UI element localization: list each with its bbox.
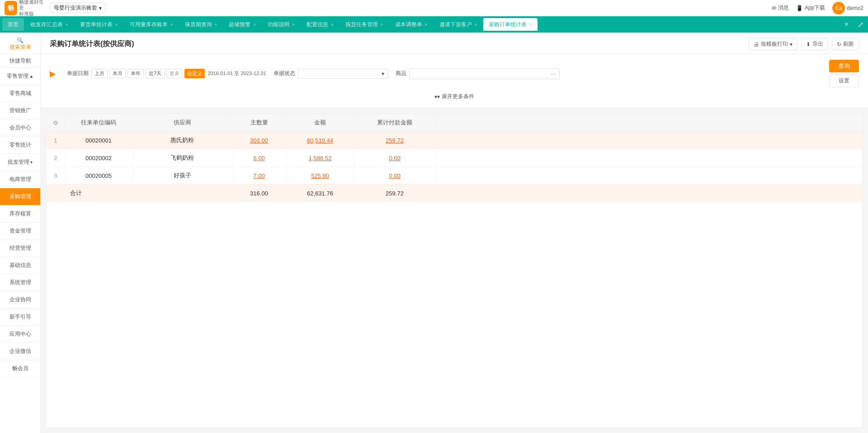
download-icon: 📱 — [796, 5, 803, 11]
page-header: 采购订单统计表(按供应商) 🖨 按模板打印 ▾ ⬇ 导出 ↻ 刷新 — [41, 33, 868, 54]
close-tab-receive-send[interactable]: × — [66, 22, 68, 27]
restore-tabs-button[interactable]: ⤢ — [855, 19, 866, 30]
tab-invite-downstream[interactable]: 邀请下游客户 × — [434, 18, 483, 31]
close-all-tabs-button[interactable]: × — [842, 19, 851, 29]
date-btn-last-month[interactable]: 上月 — [91, 69, 108, 78]
table-header: ⚙ 往来单位编码 供应商 主数量 金额 累计付款金额 — [47, 114, 862, 132]
row-code-3: 00020005 — [65, 167, 132, 185]
user-menu[interactable]: Ea demo2 — [832, 2, 863, 14]
status-label: 单据状态 — [274, 70, 295, 77]
row-supplier-2: 飞鹤奶粉 — [132, 149, 232, 167]
main-layout: 🔍 搜索菜单 快捷导航 零售管理 ▲ 零售商城 营销推广 会员中心 零售统计 批… — [0, 33, 868, 433]
data-table-wrapper: ⚙ 往来单位编码 供应商 主数量 金额 累计付款金额 1 00020001 惠氏… — [46, 114, 863, 428]
tab-requisition[interactable]: 要货单统计表 × — [75, 18, 123, 31]
print-icon: 🖨 — [754, 41, 759, 48]
sidebar-item-app-center[interactable]: 应用中心 — [0, 326, 40, 343]
goods-input[interactable] — [413, 71, 549, 77]
col-header-supplier: 供应商 — [132, 114, 232, 132]
row-code-1: 00020001 — [65, 132, 132, 149]
message-button[interactable]: ✉ 消息 — [772, 4, 789, 12]
sidebar-item-retail-management[interactable]: 零售管理 ▲ — [0, 68, 40, 85]
close-tab-warranty[interactable]: × — [215, 22, 217, 27]
col-header-empty — [435, 114, 862, 132]
tab-overstock[interactable]: 超储预警 × — [223, 18, 261, 31]
table-settings-header[interactable]: ⚙ — [47, 114, 65, 132]
sidebar-item-retail-stats[interactable]: 零售统计 — [0, 137, 40, 154]
sidebar-item-wholesale[interactable]: 批发管理 ▾ — [0, 154, 40, 171]
sidebar-item-marketing[interactable]: 营销推广 — [0, 102, 40, 119]
avatar: Ea — [832, 2, 845, 14]
sidebar-item-chang-member[interactable]: 畅会员 — [0, 360, 40, 377]
close-tab-cost-adjust[interactable]: × — [425, 22, 428, 27]
close-tab-pick-task[interactable]: × — [381, 22, 383, 27]
sidebar-item-new-user-guide[interactable]: 新手引导 — [0, 309, 40, 326]
date-label: 单据日期 — [67, 70, 89, 77]
export-button[interactable]: ⬇ 导出 — [801, 38, 828, 50]
sidebar-item-member-center[interactable]: 会员中心 — [0, 119, 40, 137]
tab-home[interactable]: 首页 — [2, 18, 24, 31]
search-button[interactable]: 查询 — [829, 60, 859, 72]
sidebar-item-ecommerce[interactable]: 电商管理 — [0, 171, 40, 188]
app-download-button[interactable]: 📱 App下载 — [796, 4, 825, 12]
tab-cost-adjust[interactable]: 成本调整单 × — [390, 18, 433, 31]
app-download-label: App下载 — [805, 4, 825, 12]
date-btn-this-year[interactable]: 本年 — [127, 69, 144, 78]
purchase-stats-table: ⚙ 往来单位编码 供应商 主数量 金额 累计付款金额 1 00020001 惠氏… — [47, 114, 862, 202]
close-tab-overstock[interactable]: × — [253, 22, 256, 27]
page-actions: 🖨 按模板打印 ▾ ⬇ 导出 ↻ 刷新 — [749, 38, 859, 50]
close-tab-invite-downstream[interactable]: × — [475, 22, 477, 27]
footer-qty: 316.00 — [232, 185, 286, 202]
sidebar-item-enterprise-wechat[interactable]: 企业微信 — [0, 343, 40, 360]
table-footer: 合计 316.00 62,631.76 259.72 — [47, 185, 862, 202]
close-tab-available-stock[interactable]: × — [170, 22, 173, 27]
date-btn-7days[interactable]: 近7天 — [146, 69, 165, 78]
chevron-down-icon-wholesale: ▾ — [30, 160, 33, 165]
tab-purchase-order-stats[interactable]: 采购订单统计表 × — [483, 18, 538, 31]
close-tab-function-desc[interactable]: × — [292, 22, 295, 27]
sidebar-item-retail-mall[interactable]: 零售商城 — [0, 85, 40, 102]
table-row: 3 00020005 好孩子 7.00 525.80 0.00 — [47, 167, 862, 185]
sidebar-item-purchase[interactable]: 采购管理 — [0, 188, 40, 205]
close-tab-requisition[interactable]: × — [115, 22, 118, 27]
goods-more-icon[interactable]: ··· — [551, 70, 556, 77]
row-settings-3: 3 — [47, 167, 65, 185]
filter-row-1: ▶ 单据日期 上月 本月 本年 近7天 更多 自定义 2016-01-0 — [50, 60, 859, 87]
refresh-button[interactable]: ↻ 刷新 — [832, 38, 859, 50]
status-select[interactable]: ▾ — [298, 69, 388, 79]
sidebar-item-operations[interactable]: 经营管理 — [0, 240, 40, 257]
row-settings-1: 1 — [47, 132, 65, 149]
sidebar-search[interactable]: 🔍 搜索菜单 — [0, 33, 40, 54]
date-btn-this-month[interactable]: 本月 — [109, 69, 126, 78]
tab-function-desc[interactable]: 功能说明 × — [262, 18, 300, 31]
logo-area: 畅 畅捷通好生意 标准版 — [5, 0, 45, 17]
sidebar-item-system[interactable]: 系统管理 — [0, 274, 40, 291]
tab-pick-task[interactable]: 拣货任务管理 × — [340, 18, 389, 31]
refresh-icon: ↻ — [837, 41, 841, 48]
message-label: 消息 — [778, 4, 789, 12]
collapse-filter-icon[interactable]: ▶ — [50, 69, 56, 79]
date-btn-more[interactable]: 更多 — [166, 69, 183, 78]
row-code-2: 00020002 — [65, 149, 132, 167]
tab-config[interactable]: 配置信息 × — [301, 18, 339, 31]
footer-label: 合计 — [65, 185, 232, 202]
sidebar-quick-nav[interactable]: 快捷导航 — [0, 54, 40, 68]
sidebar-item-basic-info[interactable]: 基础信息 — [0, 257, 40, 274]
close-tab-config[interactable]: × — [331, 22, 334, 27]
nav-right-actions: × ⤢ — [842, 19, 866, 30]
date-custom-badge[interactable]: 自定义 — [184, 69, 205, 78]
print-button[interactable]: 🖨 按模板打印 ▾ — [749, 38, 797, 50]
tab-receive-send[interactable]: 收发存汇总表 × — [25, 18, 74, 31]
goods-input-container[interactable]: ··· — [409, 68, 560, 79]
sidebar-item-finance[interactable]: 资金管理 — [0, 223, 40, 240]
sidebar-item-enterprise-collab[interactable]: 企业协同 — [0, 291, 40, 309]
workspace-selector[interactable]: 母婴行业演示账套 ▾ — [50, 3, 106, 13]
close-tab-purchase-order-stats[interactable]: × — [529, 22, 532, 27]
filter-area: ▶ 单据日期 上月 本月 本年 近7天 更多 自定义 2016-01-0 — [41, 54, 868, 108]
tab-warranty[interactable]: 保质期查询 × — [179, 18, 223, 31]
expand-more-conditions[interactable]: ▾▾ 展开更多条件 — [50, 91, 859, 102]
sidebar-item-inventory[interactable]: 库存核算 — [0, 205, 40, 223]
app-name: 畅捷通好生意 标准版 — [19, 0, 45, 17]
settings-button[interactable]: 设置 — [829, 74, 859, 87]
row-settings-2: 2 — [47, 149, 65, 167]
tab-available-stock[interactable]: 可用量库存账本 × — [124, 18, 179, 31]
